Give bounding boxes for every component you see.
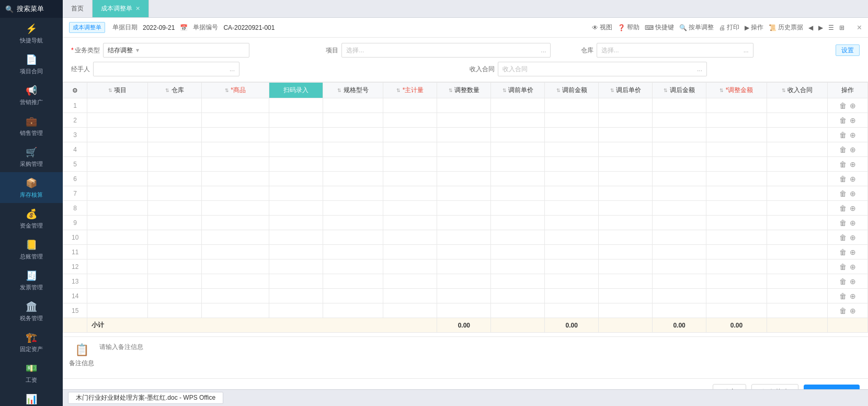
cell-new-price-7[interactable] <box>599 186 653 201</box>
sidebar-item-tax-mgmt[interactable]: 🏛️税务管理 <box>0 296 63 326</box>
th-scan[interactable]: 扫码录入 <box>269 83 323 98</box>
cell-adj-amount-5[interactable] <box>706 157 767 172</box>
cell-prev-amount-15[interactable] <box>545 303 599 318</box>
cell-prev-price-5[interactable] <box>491 157 545 172</box>
cell-qty-2[interactable] <box>437 113 491 128</box>
cell-income-12[interactable] <box>767 260 827 274</box>
cell-qty-15[interactable] <box>437 303 491 318</box>
cell-prev-amount-7[interactable] <box>545 186 599 201</box>
cell-product-4[interactable] <box>202 142 269 157</box>
warehouse-input[interactable]: 选择... ... <box>597 43 753 58</box>
cell-product-12[interactable] <box>202 260 269 274</box>
cell-qty-11[interactable] <box>437 245 491 260</box>
cell-project-5[interactable] <box>87 157 148 172</box>
delete-row-4-icon[interactable]: 🗑 <box>839 145 847 154</box>
copy-row-13-icon[interactable]: ⊕ <box>850 277 856 286</box>
cell-project-6[interactable] <box>87 172 148 186</box>
cell-warehouse-14[interactable] <box>148 289 202 303</box>
cell-qty-1[interactable] <box>437 98 491 113</box>
cell-prev-amount-2[interactable] <box>545 113 599 128</box>
cell-qty-9[interactable] <box>437 216 491 230</box>
cell-new-price-6[interactable] <box>599 172 653 186</box>
cell-scan-3[interactable] <box>269 128 323 142</box>
cell-project-11[interactable] <box>87 245 148 260</box>
delete-row-10-icon[interactable]: 🗑 <box>839 233 847 242</box>
cell-spec-8[interactable] <box>323 201 383 216</box>
cell-unit-4[interactable] <box>383 142 437 157</box>
cell-prev-amount-6[interactable] <box>545 172 599 186</box>
cell-new-amount-5[interactable] <box>653 157 706 172</box>
copy-row-15-icon[interactable]: ⊕ <box>850 307 856 315</box>
cell-prev-amount-10[interactable] <box>545 230 599 245</box>
sidebar-item-invoice-mgmt[interactable]: 🧾发票管理 <box>0 265 63 296</box>
cell-project-3[interactable] <box>87 128 148 142</box>
cell-prev-price-11[interactable] <box>491 245 545 260</box>
cell-spec-5[interactable] <box>323 157 383 172</box>
cell-project-13[interactable] <box>87 274 148 289</box>
cell-new-amount-8[interactable] <box>653 201 706 216</box>
cell-project-12[interactable] <box>87 260 148 274</box>
copy-row-2-icon[interactable]: ⊕ <box>850 116 856 125</box>
cell-warehouse-13[interactable] <box>148 274 202 289</box>
cell-prev-price-14[interactable] <box>491 289 545 303</box>
cell-project-15[interactable] <box>87 303 148 318</box>
history-btn[interactable]: 📜 历史票据 <box>769 23 803 32</box>
cell-unit-7[interactable] <box>383 186 437 201</box>
cell-scan-9[interactable] <box>269 216 323 230</box>
cell-income-2[interactable] <box>767 113 827 128</box>
cell-income-14[interactable] <box>767 289 827 303</box>
form-close-button[interactable]: × <box>857 23 862 32</box>
cell-product-1[interactable] <box>202 98 269 113</box>
th-adj-amount[interactable]: ⇅ *调整金额 <box>706 83 767 98</box>
copy-row-9-icon[interactable]: ⊕ <box>850 219 856 227</box>
cell-new-amount-2[interactable] <box>653 113 706 128</box>
delete-row-9-icon[interactable]: 🗑 <box>839 219 847 227</box>
cell-scan-13[interactable] <box>269 274 323 289</box>
tab-close-cost-adjust[interactable]: ✕ <box>135 5 140 12</box>
cell-new-price-4[interactable] <box>599 142 653 157</box>
th-new-price[interactable]: ⇅ 调后单价 <box>599 83 653 98</box>
cell-new-price-13[interactable] <box>599 274 653 289</box>
sidebar-item-payroll[interactable]: 💵工资 <box>0 357 63 388</box>
cell-project-1[interactable] <box>87 98 148 113</box>
cell-adj-amount-13[interactable] <box>706 274 767 289</box>
cell-adj-amount-4[interactable] <box>706 142 767 157</box>
copy-row-11-icon[interactable]: ⊕ <box>850 248 856 256</box>
cell-new-price-11[interactable] <box>599 245 653 260</box>
cell-qty-3[interactable] <box>437 128 491 142</box>
cell-spec-11[interactable] <box>323 245 383 260</box>
th-income-contract[interactable]: ⇅ 收入合同 <box>767 83 827 98</box>
cell-scan-7[interactable] <box>269 186 323 201</box>
cell-prev-price-13[interactable] <box>491 274 545 289</box>
delete-row-5-icon[interactable]: 🗑 <box>839 160 847 168</box>
cell-adj-amount-11[interactable] <box>706 245 767 260</box>
cell-warehouse-15[interactable] <box>148 303 202 318</box>
cell-adj-amount-14[interactable] <box>706 289 767 303</box>
cell-spec-15[interactable] <box>323 303 383 318</box>
cell-scan-4[interactable] <box>269 142 323 157</box>
delete-row-8-icon[interactable]: 🗑 <box>839 204 847 212</box>
cell-prev-price-3[interactable] <box>491 128 545 142</box>
cell-prev-amount-9[interactable] <box>545 216 599 230</box>
cell-prev-amount-14[interactable] <box>545 289 599 303</box>
cell-product-13[interactable] <box>202 274 269 289</box>
cell-unit-1[interactable] <box>383 98 437 113</box>
sidebar-item-capital-mgmt[interactable]: 💰资金管理 <box>0 203 63 234</box>
copy-row-10-icon[interactable]: ⊕ <box>850 233 856 242</box>
sidebar-item-sales-mgmt[interactable]: 💼销售管理 <box>0 110 63 141</box>
cell-unit-5[interactable] <box>383 157 437 172</box>
tab-cost-adjust[interactable]: 成本调整单✕ <box>93 0 149 17</box>
cell-spec-13[interactable] <box>323 274 383 289</box>
cell-product-9[interactable] <box>202 216 269 230</box>
cell-prev-amount-4[interactable] <box>545 142 599 157</box>
taskbar-item[interactable]: 木门行业好业财处理方案-墨红红.doc - WPS Office <box>68 392 223 404</box>
income-contract-input[interactable]: 收入合同 ... <box>498 62 707 76</box>
shortcut-btn[interactable]: ⌨ 快捷键 <box>645 23 674 32</box>
cell-product-15[interactable] <box>202 303 269 318</box>
cell-qty-4[interactable] <box>437 142 491 157</box>
copy-row-12-icon[interactable]: ⊕ <box>850 263 856 271</box>
nav-prev-icon[interactable]: ◀ <box>808 24 813 31</box>
cell-adj-amount-1[interactable] <box>706 98 767 113</box>
cell-product-11[interactable] <box>202 245 269 260</box>
cell-new-amount-3[interactable] <box>653 128 706 142</box>
